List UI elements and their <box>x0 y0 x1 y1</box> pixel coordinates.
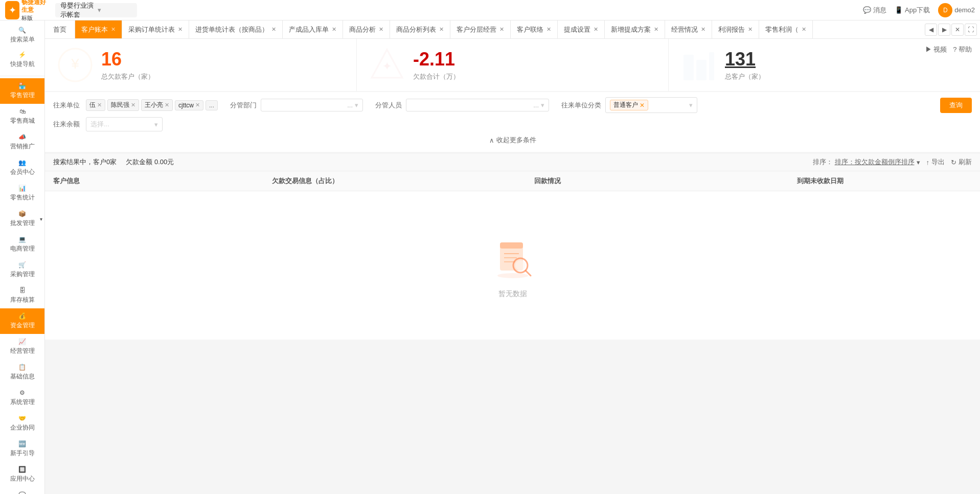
collapse-btn[interactable]: ∧ 收起更多条件 <box>489 136 536 145</box>
tab-next-btn[interactable]: ▶ <box>938 24 950 36</box>
sidebar-item-wholesale[interactable]: 📦 批发管理 ▾ <box>0 206 44 232</box>
filter-tag-more[interactable]: ... <box>206 100 218 110</box>
dept-select[interactable]: ... ▾ <box>261 99 363 111</box>
tab-raise-settings-close[interactable]: ✕ <box>594 26 598 33</box>
person-select[interactable]: ... ▾ <box>406 99 549 111</box>
tab-fullscreen-btn[interactable]: ⛶ <box>965 24 977 36</box>
sidebar-search-btn[interactable]: 🔍 搜索菜单 <box>2 24 42 47</box>
tab-customers-close[interactable]: ✕ <box>111 26 116 33</box>
sidebar-item-members[interactable]: 👥 会员中心 <box>0 155 44 181</box>
org-dropdown-arrow: ▾ <box>98 6 132 14</box>
app-download-btn[interactable]: 📱 App下载 <box>895 6 930 15</box>
tab-product-analysis-list-close[interactable]: ✕ <box>439 26 444 33</box>
retail-stats-icon: 📊 <box>18 185 26 192</box>
logo-icon: ✦ <box>5 1 19 19</box>
remove-cjttcw-icon[interactable]: ✕ <box>195 102 200 108</box>
tab-product-analysis-list[interactable]: 商品分析列表 ✕ <box>390 20 450 39</box>
sort-select[interactable]: 排序： 排序：按欠款金额倒序排序 ▾ <box>813 158 920 167</box>
tab-home[interactable]: 首页 <box>45 20 75 39</box>
unit-type-selected-tag: 普通客户 ✕ <box>610 100 648 110</box>
sidebar-item-wechat[interactable]: 💬 企业微信 <box>0 487 44 494</box>
stat-text-total: 131 总客户（家） <box>725 49 765 81</box>
remove-chen-icon[interactable]: ✕ <box>131 102 135 108</box>
sidebar-item-purchase[interactable]: 🛒 采购管理 <box>0 257 44 283</box>
tab-purchase-stats[interactable]: 进货单统计表（按商品） ✕ <box>189 20 283 39</box>
video-btn[interactable]: ▶ 视频 <box>925 45 947 54</box>
col-header-debt: 欠款交易信息（占比） <box>272 176 534 186</box>
sidebar-item-enterprise[interactable]: 🤝 企业协同 <box>0 411 44 436</box>
amount-select[interactable]: 选择... ▾ <box>86 117 163 131</box>
tab-purchase-orders[interactable]: 采购订单统计表 ✕ <box>122 20 189 39</box>
remove-wang-icon[interactable]: ✕ <box>165 102 169 108</box>
tab-prev-btn[interactable]: ◀ <box>925 24 937 36</box>
export-btn[interactable]: ↑ 导出 <box>926 158 945 167</box>
sidebar-item-finance[interactable]: 💰 资金管理 <box>0 308 44 334</box>
stat-label-debt: 欠款合计（万） <box>413 72 460 81</box>
person-label: 分管人员 <box>375 101 402 110</box>
top-bar-right: 💬 消息 📱 App下载 D demo2 <box>863 3 975 17</box>
tab-close-all-btn[interactable]: ✕ <box>951 24 964 36</box>
tab-business-status[interactable]: 经营情况 ✕ <box>665 20 712 39</box>
help-icon: ? <box>953 46 956 53</box>
tab-customer-contact[interactable]: 客户联络 ✕ <box>511 20 558 39</box>
sidebar-item-system[interactable]: ⚙ 系统管理 <box>0 385 44 411</box>
help-btn[interactable]: ? 帮助 <box>953 45 972 54</box>
tab-purchase-close[interactable]: ✕ <box>178 26 183 33</box>
col-header-repay: 回款情况 <box>534 176 796 186</box>
tab-product-inbound-close[interactable]: ✕ <box>332 26 336 33</box>
user-menu[interactable]: D demo2 <box>938 3 975 17</box>
sidebar-item-newbie[interactable]: 🆕 新手引导 <box>0 436 44 462</box>
table-section: 客户信息 欠款交易信息（占比） 回款情况 到期未收款日期 <box>45 171 980 340</box>
filter-tag-cjttcw[interactable]: cjttcw ✕ <box>175 100 203 110</box>
dept-more-btn[interactable]: ... <box>347 101 353 109</box>
sidebar-item-marketing[interactable]: 📣 营销推广 <box>0 129 44 155</box>
org-selector[interactable]: 母婴行业演示帐套 ▾ <box>55 3 137 17</box>
tab-profit-report[interactable]: 利润报告 ✕ <box>712 20 759 39</box>
stat-value-customers: 16 <box>101 49 154 70</box>
person-more-btn[interactable]: ... <box>533 101 539 109</box>
filter-tag-chen[interactable]: 陈民强 ✕ <box>107 99 139 111</box>
tab-retail-profit[interactable]: 零售利润（ ✕ <box>759 20 813 39</box>
tab-product-analysis-close[interactable]: ✕ <box>379 26 383 33</box>
tab-customer-tier-close[interactable]: ✕ <box>499 26 504 33</box>
sidebar-item-retail-stats[interactable]: 📊 零售统计 <box>0 181 44 206</box>
tab-business-status-close[interactable]: ✕ <box>701 26 705 33</box>
sidebar-item-ecommerce[interactable]: 💻 电商管理 <box>0 232 44 257</box>
export-icon: ↑ <box>926 159 930 166</box>
tab-retail-profit-close[interactable]: ✕ <box>802 26 806 33</box>
search-icon: 🔍 <box>18 27 26 34</box>
tab-profit-report-close[interactable]: ✕ <box>748 26 753 33</box>
remove-unit-type-icon[interactable]: ✕ <box>640 102 645 109</box>
query-btn[interactable]: 查询 <box>940 98 972 113</box>
quick-nav-btn[interactable]: ⚡ 快捷导航 <box>2 48 42 72</box>
nav-icon: ⚡ <box>18 51 26 58</box>
tab-customers-label: 客户账本 <box>81 25 108 34</box>
tab-product-inbound[interactable]: 产成品入库单 ✕ <box>283 20 343 39</box>
tab-customers[interactable]: 客户账本 ✕ <box>75 20 122 39</box>
sidebar-item-apps[interactable]: 🔲 应用中心 <box>0 462 44 487</box>
unit-type-select[interactable]: 普通客户 ✕ ▾ <box>605 97 697 113</box>
remove-wu-icon[interactable]: ✕ <box>97 102 102 108</box>
sidebar-item-ops[interactable]: 📈 经营管理 <box>0 334 44 360</box>
sidebar-item-retail[interactable]: 🏪 零售管理 <box>0 78 44 104</box>
tab-product-analysis[interactable]: 商品分析 ✕ <box>343 20 390 39</box>
tab-customer-contact-close[interactable]: ✕ <box>546 26 551 33</box>
svg-rect-9 <box>500 242 523 249</box>
message-btn[interactable]: 💬 消息 <box>863 6 886 15</box>
filter-tag-wang[interactable]: 王小亮 ✕ <box>141 99 173 111</box>
tab-purchase-stats-close[interactable]: ✕ <box>271 26 276 33</box>
message-label: 消息 <box>873 6 886 15</box>
apps-icon: 🔲 <box>18 466 26 473</box>
sidebar-item-retail-mall[interactable]: 🛍 零售商城 <box>0 104 44 129</box>
basic-icon: 📋 <box>18 364 26 371</box>
stat-icon-customers: ¥ <box>57 47 93 83</box>
tab-raise-settings[interactable]: 提成设置 ✕ <box>558 20 605 39</box>
ecommerce-icon: 💻 <box>18 236 26 243</box>
sidebar-item-basic[interactable]: 📋 基础信息 <box>0 360 44 385</box>
filter-tag-wu[interactable]: 伍 ✕ <box>86 99 105 111</box>
sidebar-item-inventory[interactable]: 🗄 库存核算 <box>0 283 44 308</box>
tab-customer-tier[interactable]: 客户分层经营 ✕ <box>450 20 511 39</box>
refresh-btn[interactable]: ↻ 刷新 <box>951 158 972 167</box>
tab-new-raise-plan[interactable]: 新增提成方案 ✕ <box>605 20 665 39</box>
tab-new-raise-plan-close[interactable]: ✕ <box>654 26 658 33</box>
